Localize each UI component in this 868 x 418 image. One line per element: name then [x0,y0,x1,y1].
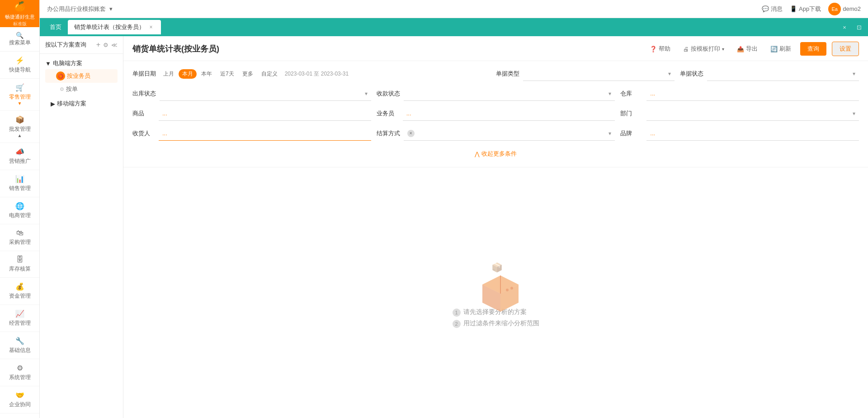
doc-type-control[interactable] [523,66,675,81]
payment-clear-button[interactable]: × [407,130,415,137]
salesperson-ellipsis-icon[interactable]: ... [406,110,411,117]
ecommerce-label: 电商管理 [9,212,31,219]
tab-bar-actions: × ⊡ [839,22,864,33]
scheme-item-by-salesperson[interactable]: ⭕ 按业务员 [45,69,118,83]
purchase-icon: 🛍 [16,229,24,237]
export-icon: 📤 [737,46,744,52]
sidebar-item-ecommerce[interactable]: 🌐 电商管理 [0,197,39,224]
tab-close-all-button[interactable]: × [839,22,850,33]
inventory-icon: 🗄 [16,256,24,264]
sidebar-item-newbie[interactable]: 🎓 新手引导 [0,413,39,418]
message-button[interactable]: 💬 消息 [762,5,783,13]
query-button[interactable]: 查询 [800,42,826,56]
help-button[interactable]: ❓ 帮助 [646,43,674,55]
sidebar-item-finance[interactable]: 💰 资金管理 [0,278,39,305]
warehouse-control[interactable]: ... [646,86,859,101]
filter-row-3: 商品 ... 业务员 ... 部门 [132,106,859,121]
filter-warehouse: 仓库 ... [620,86,859,101]
sidebar-item-enterprise[interactable]: 🤝 企业协同 [0,386,39,413]
enterprise-label: 企业协同 [9,401,31,408]
consignee-ellipsis-icon[interactable]: ... [162,130,167,137]
sidebar-item-retail[interactable]: 🛒 零售管理 ▼ [0,79,39,111]
warehouse-label: 仓库 [620,90,643,98]
date-tab-last-month[interactable]: 上月 [160,69,178,79]
breadcrumb-arrow-icon[interactable]: ▾ [109,5,113,12]
settings-label: 设置 [840,45,851,53]
sidebar-item-system[interactable]: ⚙ 系统管理 [0,359,39,386]
retail-icon: 🛒 [15,83,24,92]
filter-doc-status: 单据状态 [680,66,859,81]
svg-point-5 [506,289,509,291]
sidebar-item-operations[interactable]: 📈 经营管理 [0,305,39,332]
goods-ellipsis-icon[interactable]: ... [162,110,167,117]
sidebar-item-wholesale[interactable]: 📦 批发管理 ▲ [0,111,39,143]
salesperson-control[interactable]: ... [403,106,615,121]
finance-icon: 💰 [15,282,24,291]
user-profile[interactable]: Ea demo2 [828,3,861,15]
help-icon: ❓ [650,46,657,52]
system-label: 系统管理 [9,374,31,381]
out-status-control[interactable] [160,86,371,101]
operations-icon: 📈 [15,309,24,318]
brand-control[interactable]: ... [646,126,859,141]
left-panel-add-button[interactable]: + [96,41,100,49]
date-tab-more[interactable]: 更多 [239,69,257,79]
dept-control[interactable] [646,106,859,121]
doc-type-arrow-icon [668,70,671,77]
settings-button[interactable]: 设置 [832,42,859,56]
user-name: demo2 [843,5,861,12]
tab-home[interactable]: 首页 [43,20,68,34]
left-panel-schemes: ▼ 电脑端方案 ⭕ 按业务员 ⚙ 按单 ▶ 移动端方案 [40,54,123,115]
logo-sub: 标准版 [13,21,27,27]
tab-restore-button[interactable]: ⊡ [854,22,864,33]
tab-sales-stat[interactable]: 销货单统计表（按业务员） × [68,20,161,34]
sidebar-search-label: 搜索菜单 [2,39,37,47]
sidebar-item-basic[interactable]: 🔧 基础信息 [0,332,39,359]
scheme-group-desktop-title[interactable]: ▼ 电脑端方案 [45,57,118,69]
inventory-label: 库存核算 [9,265,31,273]
filter-date: 单据日期 上月 本月 本年 近7天 更多 自定义 2023-03-01 至 20… [132,69,491,79]
sidebar-item-purchase[interactable]: 🛍 采购管理 [0,224,39,251]
warehouse-ellipsis-icon[interactable]: ... [650,90,655,97]
sidebar-item-inventory[interactable]: 🗄 库存核算 [0,251,39,278]
doc-status-control[interactable] [707,66,859,81]
receive-status-control[interactable] [404,86,615,101]
sidebar-item-sales[interactable]: 📊 销售管理 [0,170,39,197]
out-status-arrow-icon [365,90,368,97]
wholesale-label: 批发管理 [9,125,31,133]
sidebar-item-shortcut[interactable]: ⚡ 快捷导航 [0,52,39,79]
date-tab-this-year[interactable]: 本年 [198,69,216,79]
payment-label: 结算方式 [377,129,400,138]
purchase-label: 采购管理 [9,238,31,246]
date-tab-custom[interactable]: 自定义 [258,69,281,79]
refresh-label: 刷新 [779,45,791,53]
tab-close-button[interactable]: × [147,24,155,31]
app-download-button[interactable]: 📱 App下载 [790,5,821,13]
scheme-group-mobile-label: 移动端方案 [57,100,86,108]
scheme-group-mobile-title[interactable]: ▶ 移动端方案 [45,97,118,110]
collapse-arrow-icon: ⋀ [475,151,480,157]
collapse-button[interactable]: ⋀ 收起更多条件 [132,146,859,162]
refresh-button[interactable]: 🔄 刷新 [767,43,795,55]
date-tab-7days[interactable]: 近7天 [217,69,238,79]
scheme-group-mobile-arrow: ▶ [51,100,55,107]
sidebar-item-marketing[interactable]: 📣 营销推广 [0,143,39,170]
left-panel-collapse-button[interactable]: ≪ [111,42,118,48]
sidebar-item-search[interactable]: 🔍 搜索菜单 [0,27,39,52]
hint-2-text: 用过滤条件来缩小分析范围 [463,319,539,328]
consignee-control[interactable]: ... [159,126,371,141]
empty-state: 📦 1 请先选择要分析的方案 2 用过滤条件来缩小分析范围 [123,167,868,418]
scheme-sub-item-by-order[interactable]: ⚙ 按单 [45,83,118,95]
right-content: 销货单统计表(按业务员) ❓ 帮助 🖨 按模板打印 ▾ 📤 导出 [123,36,868,418]
date-tab-this-month[interactable]: 本月 [179,69,197,79]
brand-ellipsis-icon[interactable]: ... [650,130,655,137]
salesperson-label: 业务员 [377,109,399,118]
left-panel-settings-button[interactable]: ⚙ [103,42,108,48]
goods-control[interactable]: ... [159,106,371,121]
export-button[interactable]: 📤 导出 [733,43,761,55]
consignee-label: 收货人 [132,129,155,138]
filter-row-1: 单据日期 上月 本月 本年 近7天 更多 自定义 2023-03-01 至 20… [132,66,859,81]
out-status-label: 出库状态 [132,90,156,98]
payment-control[interactable]: × [404,126,615,141]
print-button[interactable]: 🖨 按模板打印 ▾ [679,43,728,55]
